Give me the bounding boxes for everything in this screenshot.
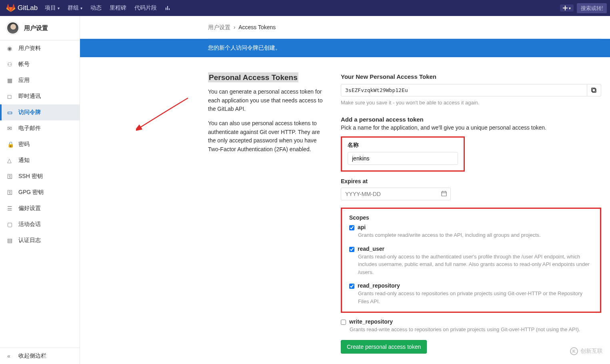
sidebar-item-applications[interactable]: ▦应用 <box>0 72 80 88</box>
add-token-subtitle: Pick a name for the application, and we'… <box>341 124 601 131</box>
nav-groups[interactable]: 群组▾ <box>64 0 86 16</box>
create-token-button[interactable]: Create personal access token <box>341 340 427 354</box>
scope-write-repository-desc: Grants read-write access to repositories… <box>350 326 601 334</box>
gitlab-icon <box>6 4 15 12</box>
new-token-title: Your New Personal Access Token <box>341 73 601 80</box>
token-icon: ▭ <box>7 109 14 116</box>
sidebar-item-sessions[interactable]: ▢活动会话 <box>0 216 80 232</box>
gitlab-logo[interactable]: GitLab <box>3 4 41 12</box>
sidebar-item-emails[interactable]: ✉电子邮件 <box>0 120 80 136</box>
scope-write-repository-checkbox[interactable] <box>341 320 346 325</box>
scopes-highlight-box: Scopes api Grants complete read/write ac… <box>341 208 601 313</box>
scopes-label: Scopes <box>349 214 593 221</box>
chevron-down-icon: ▾ <box>569 6 571 10</box>
token-value-input[interactable] <box>341 84 587 96</box>
sidebar-item-gpg-keys[interactable]: ⚿GPG 密钥 <box>0 184 80 200</box>
watermark-icon: K <box>570 347 578 355</box>
user-icon: ◉ <box>7 45 14 52</box>
mail-icon: ✉ <box>7 125 14 132</box>
copy-token-button[interactable] <box>587 84 601 96</box>
form-column: Your New Personal Access Token Make sure… <box>341 73 601 354</box>
plus-icon <box>563 6 568 10</box>
new-button[interactable]: ▾ <box>560 4 574 12</box>
chevron-down-icon: ▾ <box>58 6 60 10</box>
scope-read-user-checkbox[interactable] <box>349 247 354 252</box>
key-icon: ⚿ <box>7 173 14 180</box>
account-icon: ⚇ <box>7 61 14 68</box>
chat-icon: ◻ <box>7 93 14 100</box>
add-token-title: Add a personal access token <box>341 116 601 123</box>
scope-read-user-desc: Grants read-only access to the authentic… <box>358 253 593 276</box>
top-nav: GitLab 项目▾ 群组▾ 动态 里程碑 代码片段 ▾ <box>0 0 610 16</box>
key-icon: ⚿ <box>7 189 14 196</box>
preferences-icon: ☰ <box>7 205 14 212</box>
sidebar-item-ssh-keys[interactable]: ⚿SSH 密钥 <box>0 168 80 184</box>
scope-read-repository: read_repository Grants read-only access … <box>349 282 593 305</box>
brand-name: GitLab <box>18 4 38 12</box>
name-label: 名称 <box>348 142 458 149</box>
expires-input[interactable] <box>341 188 451 200</box>
chart-icon <box>165 5 171 11</box>
nav-projects[interactable]: 项目▾ <box>41 0 64 16</box>
collapse-icon: « <box>7 353 14 359</box>
sidebar-item-account[interactable]: ⚇帐号 <box>0 56 80 72</box>
scope-api-checkbox[interactable] <box>349 225 354 230</box>
log-icon: ▤ <box>7 237 14 244</box>
sidebar-item-access-tokens[interactable]: ▭访问令牌 <box>0 104 80 120</box>
sidebar-item-preferences[interactable]: ☰偏好设置 <box>0 200 80 216</box>
name-input[interactable] <box>348 152 458 165</box>
description-2: You can also use personal access tokens … <box>208 119 325 154</box>
breadcrumb: 用户设置 › Access Tokens <box>208 16 601 39</box>
apps-icon: ▦ <box>7 77 14 84</box>
nav-snippets[interactable]: 代码片段 <box>130 0 161 16</box>
avatar <box>6 22 19 34</box>
lock-icon: 🔒 <box>7 141 14 148</box>
description-1: You can generate a personal access token… <box>208 88 325 114</box>
scope-read-repository-desc: Grants read-only access to repositories … <box>358 290 593 305</box>
sidebar-item-password[interactable]: 🔒密码 <box>0 136 80 152</box>
success-alert: 您的新个人访问令牌已创建。 <box>80 39 610 57</box>
copy-icon <box>591 88 597 93</box>
scope-api: api Grants complete read/write access to… <box>349 224 593 239</box>
bell-icon: △ <box>7 157 14 164</box>
sidebar: 用户设置 ◉用户资料 ⚇帐号 ▦应用 ◻即时通讯 ▭访问令牌 ✉电子邮件 🔒密码… <box>0 16 80 364</box>
user-header: 用户设置 <box>0 16 80 40</box>
scope-write-repository: write_repository Grants read-write acces… <box>341 318 601 334</box>
content: 用户设置 › Access Tokens 您的新个人访问令牌已创建。 Perso… <box>80 16 610 364</box>
search-input[interactable] <box>577 3 607 13</box>
chevron-down-icon: ▾ <box>80 6 82 10</box>
session-icon: ▢ <box>7 221 14 228</box>
collapse-sidebar-button[interactable]: «收起侧边栏 <box>0 348 80 364</box>
breadcrumb-root[interactable]: 用户设置 <box>208 24 230 30</box>
page-title: Personal Access Tokens <box>208 72 298 82</box>
sidebar-item-auth-log[interactable]: ▤认证日志 <box>0 232 80 248</box>
nav-milestones[interactable]: 里程碑 <box>106 0 130 16</box>
sidebar-item-chat[interactable]: ◻即时通讯 <box>0 88 80 104</box>
scope-read-user: read_user Grants read-only access to the… <box>349 246 593 276</box>
token-help: Make sure you save it - you won't be abl… <box>341 100 601 106</box>
name-highlight-box: 名称 <box>341 136 465 172</box>
nav-analytics-icon[interactable] <box>161 0 175 16</box>
sidebar-item-notifications[interactable]: △通知 <box>0 152 80 168</box>
nav-activity[interactable]: 动态 <box>86 0 106 16</box>
scope-read-repository-checkbox[interactable] <box>349 284 354 289</box>
breadcrumb-current: Access Tokens <box>238 24 276 30</box>
sidebar-item-profile[interactable]: ◉用户资料 <box>0 40 80 56</box>
scope-api-desc: Grants complete read/write access to the… <box>358 231 593 239</box>
watermark: K 创新互联 <box>570 347 603 355</box>
svg-rect-2 <box>442 192 446 196</box>
expires-label: Expires at <box>341 178 601 184</box>
sidebar-title: 用户设置 <box>24 24 48 32</box>
calendar-icon[interactable] <box>441 191 447 198</box>
description-column: Personal Access Tokens You can generate … <box>208 73 325 354</box>
